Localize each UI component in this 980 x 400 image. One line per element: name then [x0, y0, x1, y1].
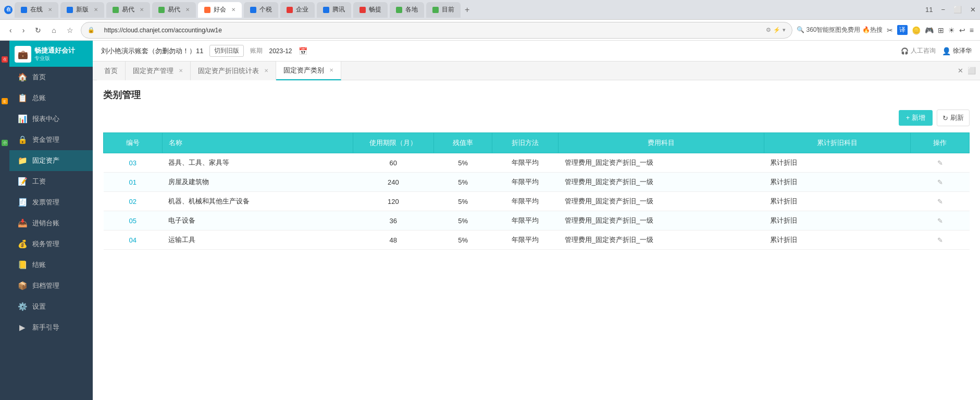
cell-code: 04	[104, 231, 163, 250]
reload-button[interactable]: ↻	[32, 25, 44, 35]
page-title: 类别管理	[103, 89, 970, 101]
cell-code: 05	[104, 211, 163, 231]
sidebar-item-guide[interactable]: ▶ 新手引导	[9, 317, 93, 338]
expand-icon[interactable]: ▾	[783, 27, 786, 33]
col-action: 操作	[911, 133, 970, 153]
sidebar-item-purchases[interactable]: 📥 进销台账	[9, 213, 93, 234]
page-tab-category[interactable]: 固定资产类别 ✕	[276, 62, 341, 80]
sidebar-item-ledger[interactable]: 📋 总账	[9, 88, 93, 108]
cell-depreciation: 累计折旧	[764, 231, 911, 250]
browser-tab-gedi[interactable]: 各地	[390, 2, 424, 18]
calendar-icon[interactable]: 📅	[299, 47, 307, 55]
game-icon[interactable]: 🎮	[925, 26, 934, 34]
sidebar-item-finance[interactable]: 🔒 资金管理	[9, 129, 93, 150]
table-row: 03 器具、工具、家具等 60 5% 年限平均 管理费用_固定资产折旧_一级 累…	[104, 153, 970, 173]
add-button[interactable]: + 新增	[899, 110, 933, 126]
new-tab-button[interactable]: +	[463, 5, 472, 15]
cell-method: 年限平均	[492, 211, 559, 231]
cell-action[interactable]: ✎	[911, 153, 970, 173]
tab-close-icon[interactable]: ✕	[329, 67, 333, 73]
coin-icon[interactable]: 🪙	[912, 26, 921, 34]
url-input[interactable]	[97, 25, 764, 36]
browser-tab-tencent[interactable]: 腾讯	[317, 2, 351, 18]
browser-tab-corp[interactable]: 企业	[280, 2, 315, 18]
cell-residual: 5%	[433, 211, 492, 231]
browser-tab-active[interactable]: 好会 ✕	[198, 2, 242, 18]
menu-icon[interactable]: ≡	[970, 26, 974, 34]
col-expense: 费用科目	[559, 133, 764, 153]
purchases-icon: 📥	[18, 219, 27, 228]
tab-close-all-icon[interactable]: ✕	[958, 67, 963, 75]
tab-close-icon[interactable]: ✕	[140, 7, 144, 13]
cell-action[interactable]: ✎	[911, 231, 970, 250]
main-content: 刘小艳演示账套（勿删勿动！）11 切到旧版 账期 2023-12 📅 🎧 人工咨…	[93, 41, 980, 400]
cell-expense: 管理费用_固定资产折旧_一级	[559, 231, 764, 250]
forward-button[interactable]: ›	[19, 25, 28, 35]
cell-code: 02	[104, 192, 163, 211]
sidebar-item-tax[interactable]: 💰 税务管理	[9, 234, 93, 254]
browser-tab-easy1[interactable]: 易代 ✕	[106, 2, 150, 18]
sidebar-item-label: 发票管理	[32, 198, 59, 207]
home-button[interactable]: ⌂	[48, 25, 59, 35]
home-icon: 🏠	[18, 72, 27, 82]
bookmark-star-icon[interactable]: ⚡	[773, 27, 780, 33]
sun-icon[interactable]: ☀	[948, 26, 955, 34]
tab-close-icon[interactable]: ✕	[48, 7, 52, 13]
service-button[interactable]: 🎧 人工咨询	[901, 46, 936, 55]
sidebar-item-payroll[interactable]: 📝 工资	[9, 171, 93, 192]
page-tab-home[interactable]: 首页	[97, 62, 126, 80]
sidebar-item-home[interactable]: 🏠 首页	[9, 67, 93, 88]
tab-close-icon[interactable]: ✕	[231, 7, 235, 13]
page-tab-assets-mgmt[interactable]: 固定资产管理 ✕	[126, 62, 191, 80]
browser-tab-online[interactable]: 在线 ✕	[15, 2, 58, 18]
sidebar-item-reports[interactable]: 📊 报表中心	[9, 108, 93, 129]
undo-icon[interactable]: ↩	[959, 26, 965, 34]
tab-close-icon[interactable]: ✕	[94, 7, 98, 13]
translate-icon[interactable]: 译	[897, 25, 908, 35]
refresh-button[interactable]: ↻ 刷新	[937, 110, 970, 126]
window-control-close[interactable]: ✕	[970, 6, 976, 14]
tab-close-icon[interactable]: ✕	[185, 7, 190, 13]
finance-icon: 🔒	[18, 135, 27, 144]
user-menu[interactable]: 👤 徐泽华	[942, 46, 972, 55]
site-info-icon[interactable]: ⚙	[766, 27, 771, 33]
browser-tab-muqian[interactable]: 目前	[426, 2, 461, 18]
sidebar-item-invoice[interactable]: 🧾 发票管理	[9, 192, 93, 213]
tab-close-icon[interactable]: ✕	[264, 68, 268, 74]
sidebar-item-settings[interactable]: ⚙️ 设置	[9, 296, 93, 317]
edit-icon[interactable]: ✎	[937, 159, 943, 167]
sidebar-item-label: 固定资产	[32, 156, 59, 165]
back-button[interactable]: ‹	[6, 25, 15, 35]
edit-icon[interactable]: ✎	[937, 198, 943, 205]
cell-method: 年限平均	[492, 231, 559, 250]
window-control-min[interactable]: −	[941, 6, 945, 14]
browser-tab-easy2[interactable]: 易代 ✕	[152, 2, 196, 18]
browser-tab-chang[interactable]: 畅提	[353, 2, 388, 18]
cell-code: 03	[104, 153, 163, 173]
browser-tab-new[interactable]: 新版 ✕	[60, 2, 104, 18]
tab-expand-icon[interactable]: ⬜	[967, 67, 976, 75]
guide-icon: ▶	[18, 323, 27, 332]
window-control-max[interactable]: ⬜	[953, 6, 962, 14]
sidebar-logo: 💼 畅捷通好会计 专业版	[9, 41, 93, 67]
edit-icon[interactable]: ✎	[937, 217, 943, 225]
edit-icon[interactable]: ✎	[937, 236, 943, 244]
sidebar-item-archive[interactable]: 📦 归档管理	[9, 275, 93, 296]
cell-action[interactable]: ✎	[911, 211, 970, 231]
page-tab-depreciation-table[interactable]: 固定资产折旧统计表 ✕	[191, 62, 276, 80]
col-code: 编号	[104, 133, 163, 153]
tab-close-icon[interactable]: ✕	[179, 68, 183, 74]
cell-action[interactable]: ✎	[911, 192, 970, 211]
bookmark-button[interactable]: ☆	[64, 25, 77, 35]
address-bar: ‹ › ↻ ⌂ ☆ 🔒 ⚙ ⚡ ▾ 🔍 360智能抠图免费用 🔥热搜 ✂ 译 🪙…	[0, 20, 980, 41]
grid-icon[interactable]: ⊞	[938, 26, 944, 34]
switch-version-button[interactable]: 切到旧版	[209, 45, 244, 57]
edit-icon[interactable]: ✎	[937, 178, 943, 186]
cell-action[interactable]: ✎	[911, 173, 970, 192]
scissors-icon[interactable]: ✂	[887, 26, 893, 34]
browser-tab-tax[interactable]: 个税	[244, 2, 278, 18]
sidebar-item-close[interactable]: 📒 结账	[9, 254, 93, 275]
cell-code: 01	[104, 173, 163, 192]
cell-residual: 5%	[433, 173, 492, 192]
sidebar-item-assets[interactable]: 📁 固定资产	[9, 150, 93, 171]
